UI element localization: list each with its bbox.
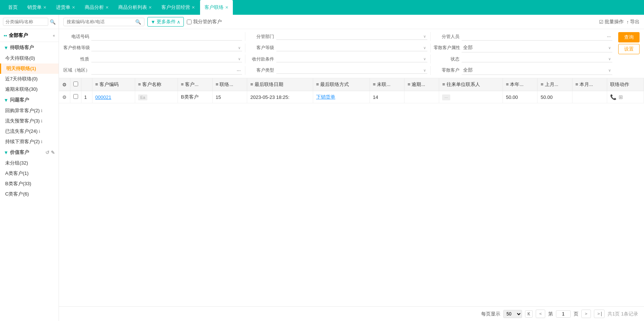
nav-close-purchase[interactable]: ✕ [72, 5, 75, 10]
col-header-uncontacted[interactable]: ≡ 未联... [370, 78, 404, 91]
first-page-btn[interactable]: К [525, 310, 533, 318]
row-gear[interactable]: ⚙ [59, 91, 70, 103]
filter-label-price-grade: 客户价格等级 [63, 45, 89, 51]
sidebar-item-class-c[interactable]: C类客户(6) [0, 189, 59, 199]
filter-retail-attr-select[interactable]: 全部 ∨ [462, 43, 612, 52]
filter-nature-select[interactable]: ∨ [91, 56, 242, 62]
filter-customer-type-select[interactable]: ∨ [276, 67, 427, 74]
row-last-method[interactable]: 下销货单 [313, 91, 370, 103]
nav-item-home[interactable]: 首页 [4, 0, 22, 15]
sidebar-search-icon[interactable]: 🔍 [50, 19, 56, 25]
nav-item-product-analysis-list[interactable]: 商品分析列表 ✕ [114, 0, 156, 15]
next-page-btn[interactable]: ＞ [581, 310, 591, 318]
region-dots-icon: ··· [237, 68, 241, 73]
sidebar-section-pending-header[interactable]: ▼ 待联络客户 [0, 42, 59, 53]
sidebar-section-problem-header[interactable]: ▼ 问题客户 [0, 94, 59, 106]
col-header-last-method[interactable]: ≡ 最后联络方式 [313, 78, 370, 91]
toolbar: 🔍 ▼ 更多条件 ∧ 我分管的客户 ☑ 批量操作 ↑ 导出 [59, 15, 644, 29]
filter-status-select[interactable]: ∨ [462, 56, 612, 62]
filter-payment-select[interactable]: ∨ [276, 56, 427, 62]
nav-close-sale[interactable]: ✕ [43, 5, 46, 10]
col-header-name[interactable]: ≡ 客户名称 [135, 78, 178, 91]
sidebar-item-class-b[interactable]: B类客户(33) [0, 179, 59, 189]
sidebar-item-today[interactable]: 今天待联络(0) [0, 53, 59, 63]
filter-phone-input[interactable] [91, 33, 242, 41]
my-customer-checkbox[interactable] [187, 20, 192, 24]
col-header-overdue[interactable]: ≡ 逾期... [405, 78, 439, 91]
nav-item-customer-tier[interactable]: 客户分层经营 ✕ [157, 0, 199, 15]
prev-page-btn[interactable]: ＜ [536, 310, 545, 318]
filter-region-input[interactable]: ··· [91, 66, 242, 75]
sidebar-item-ungrouped[interactable]: 未分组(32) [0, 158, 59, 168]
sidebar-search-input[interactable] [3, 18, 48, 26]
edit-icon[interactable]: ✎ [51, 150, 55, 155]
grid-action-icon[interactable]: ⊞ [619, 94, 623, 100]
col-header-gear[interactable]: ⚙ [59, 78, 70, 91]
row-code[interactable]: 000021 [92, 91, 135, 103]
retail-attr-chevron-icon: ∨ [608, 46, 611, 50]
col-header-last-month[interactable]: ≡ 上月... [538, 78, 572, 91]
top-nav: 首页 销货单 ✕ 进货单 ✕ 商品分析 ✕ 商品分析列表 ✕ 客户分层经营 ✕ … [0, 0, 644, 15]
col-header-contact[interactable]: ≡ 联络... [213, 78, 247, 91]
sidebar-item-loss-warning[interactable]: 流失预警客户(3) ℹ [0, 116, 59, 126]
table-area: ⚙ ≡ 客户编码 ≡ 客户名称 ≡ 客户... ≡ 联 [59, 78, 644, 306]
pagination: 每页显示 50 10 20 100 К ＜ 第 页 ＞ ＞| 共1页 1条记录 [59, 306, 644, 321]
nav-close-product-analysis[interactable]: ✕ [105, 5, 109, 10]
row-index: 1 [81, 91, 92, 103]
status-chevron-icon: ∨ [608, 57, 611, 61]
col-header-this-year[interactable]: ≡ 本年... [503, 78, 538, 91]
sidebar: 🔍 ▪▪ 全部客户 « ▼ 待联络客户 今天待联络(0) 明天待联络(1) 近7… [0, 15, 59, 321]
page-input[interactable] [556, 310, 571, 318]
filter-btn[interactable]: ▼ 更多条件 ∧ [147, 17, 184, 27]
filter-price-grade-select[interactable]: ∨ [91, 45, 242, 51]
refresh-icon[interactable]: ↺ [45, 150, 49, 155]
col-header-this-month[interactable]: ≡ 本月... [572, 78, 607, 91]
sidebar-section-value-header[interactable]: ▼ 价值客户 ↺ ✎ [0, 147, 59, 158]
filter-retail-select[interactable]: 全部 ∨ [462, 66, 612, 75]
set-btn[interactable]: 设置 [618, 44, 640, 54]
col-header-last-date[interactable]: ≡ 最后联络日期 [247, 78, 313, 91]
filter-customer-grade-select[interactable]: ∨ [276, 45, 427, 51]
sidebar-item-lost[interactable]: 已流失客户(24) ℹ [0, 126, 59, 137]
phone-action-icon[interactable]: 📞 [610, 94, 616, 100]
select-all-checkbox[interactable] [73, 82, 78, 86]
col-header-code[interactable]: ≡ 客户编码 [92, 78, 135, 91]
sidebar-collapse-icon[interactable]: « [53, 34, 55, 38]
sidebar-search-area: 🔍 [0, 15, 59, 29]
col-header-type[interactable]: ≡ 客户... [178, 78, 212, 91]
filter-label-region: 区域（地区） [63, 67, 89, 73]
filter-dept-select[interactable]: ∨ [276, 33, 427, 40]
batch-op-btn[interactable]: ☑ 批量操作 [599, 18, 624, 25]
sidebar-item-tomorrow[interactable]: 明天待联络(1) [0, 63, 59, 74]
my-customer-checkbox-label[interactable]: 我分管的客户 [187, 18, 222, 25]
row-checkbox[interactable] [73, 94, 78, 99]
sidebar-item-declining[interactable]: 持续下滑客户(2) ℹ [0, 137, 59, 147]
customer-grade-chevron-icon: ∨ [423, 46, 426, 50]
page-size-select[interactable]: 50 10 20 100 [503, 310, 522, 318]
nav-item-sale[interactable]: 销货单 ✕ [23, 0, 51, 15]
filter-person-input[interactable]: ··· [462, 32, 612, 41]
col-header-check[interactable] [70, 78, 81, 91]
col-header-unit-contact[interactable]: ≡ 往来单位联系人 [439, 78, 503, 91]
nav-item-product-analysis[interactable]: 商品分析 ✕ [80, 0, 113, 15]
nav-close-product-analysis-list[interactable]: ✕ [148, 5, 152, 10]
last-page-btn[interactable]: ＞| [594, 310, 605, 318]
filter-label-person: 分管人员 [434, 34, 459, 40]
main-search-input[interactable] [67, 19, 135, 24]
main-search-icon[interactable]: 🔍 [135, 19, 141, 25]
filter-label-phone: 电话号码 [63, 34, 89, 40]
nav-item-purchase[interactable]: 进货单 ✕ [52, 0, 80, 15]
export-btn[interactable]: ↑ 导出 [627, 18, 640, 25]
row-name[interactable]: Ea [135, 91, 178, 103]
nav-close-customer-contact[interactable]: ✕ [225, 5, 228, 10]
query-btn[interactable]: 查询 [618, 32, 640, 42]
pending-arrow-icon: ▼ [4, 45, 8, 51]
sidebar-all-customers[interactable]: ▪▪ 全部客户 « [0, 29, 59, 42]
sidebar-item-overdue[interactable]: 逾期未联络(30) [0, 84, 59, 94]
nav-item-customer-contact[interactable]: 客户联络 ✕ [200, 0, 233, 15]
sidebar-item-week7[interactable]: 近7天待联络(0) [0, 74, 59, 84]
sidebar-item-class-a[interactable]: A类客户(1) [0, 168, 59, 179]
row-check[interactable] [70, 91, 81, 103]
sidebar-item-repurchase-abnormal[interactable]: 回购异常客户(2) ℹ [0, 106, 59, 116]
nav-close-customer-tier[interactable]: ✕ [192, 5, 195, 10]
